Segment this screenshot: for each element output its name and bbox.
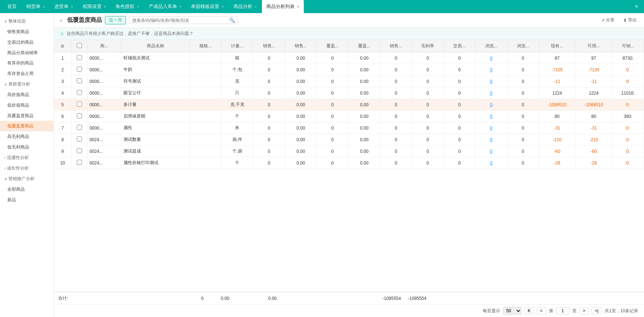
row-select-checkbox[interactable] — [77, 55, 82, 60]
row-name: 牛奶 — [121, 64, 190, 76]
prev-page-button[interactable]: < — [537, 307, 546, 314]
row-browse1[interactable]: 0 — [475, 76, 507, 87]
close-icon[interactable]: × — [179, 0, 181, 13]
col-settings[interactable]: ⚙ — [54, 40, 71, 52]
row-code: 0000... — [87, 64, 121, 76]
row-cover2: 0.00 — [348, 111, 380, 122]
row-checkbox[interactable] — [71, 134, 87, 146]
row-browse1[interactable]: 0 — [475, 87, 507, 99]
chevron-right-icon: › — [4, 166, 5, 170]
sidebar-collapse-button[interactable]: « — [58, 17, 64, 24]
row-select-checkbox[interactable] — [77, 136, 82, 142]
first-page-button[interactable]: K — [525, 307, 534, 314]
search-input[interactable] — [132, 18, 228, 23]
row-browse1[interactable]: 0 — [475, 99, 507, 111]
row-browse1[interactable]: 0 — [475, 146, 507, 157]
row-select-checkbox[interactable] — [77, 102, 82, 107]
row-checkbox[interactable] — [71, 122, 87, 134]
nav-tab-purchase[interactable]: 进货单 × — [50, 0, 77, 13]
row-select-checkbox[interactable] — [77, 148, 82, 153]
nav-tab-permission[interactable]: 权限设置 × — [78, 0, 110, 13]
col-sale-amt-header: 销售... — [285, 40, 317, 52]
row-stock: -60 — [539, 146, 576, 157]
row-saleable: 0: — [612, 157, 644, 169]
page-prefix-label: 第 — [549, 308, 553, 314]
row-select-checkbox[interactable] — [77, 67, 82, 72]
row-unit: 克 — [221, 76, 253, 87]
table-wrapper[interactable]: ⚙ 商... 商品名称 规格... 计量... 销售... 销售... 覆盖..… — [54, 40, 644, 292]
close-icon[interactable]: × — [297, 0, 299, 13]
row-browse1[interactable]: 0 — [475, 64, 507, 76]
close-icon[interactable]: × — [137, 0, 139, 13]
close-icon[interactable]: × — [43, 0, 45, 13]
sidebar-item-category-rate[interactable]: 商品分类动销率 — [0, 48, 54, 58]
filter-period-button[interactable]: 近一月 — [105, 16, 126, 24]
sidebar-section-liquidity[interactable]: › 流通性分析 — [0, 152, 54, 163]
row-saleable: 0: — [612, 99, 644, 111]
close-all-button[interactable]: × — [632, 3, 641, 10]
next-page-button[interactable]: > — [580, 307, 589, 314]
sidebar-item-all-goods[interactable]: 全部商品 — [0, 184, 54, 195]
nav-tab-analysis-list[interactable]: 商品分析列表 × — [262, 0, 303, 13]
sidebar-section-growth[interactable]: › 成长性分析 — [0, 163, 54, 174]
row-unit: 箱 — [221, 52, 253, 64]
row-select-checkbox[interactable] — [77, 160, 82, 165]
share-button[interactable]: ↗ 分享 — [598, 16, 617, 24]
row-checkbox[interactable] — [71, 111, 87, 122]
row-browse1[interactable]: 0 — [475, 111, 507, 122]
row-select-checkbox[interactable] — [77, 125, 82, 130]
row-checkbox[interactable] — [71, 146, 87, 157]
search-icon[interactable]: 🔍 — [229, 17, 235, 23]
close-icon[interactable]: × — [104, 0, 106, 13]
last-page-button[interactable]: >| — [592, 307, 602, 314]
sidebar-item-sales-goods[interactable]: 销售类商品 — [0, 27, 54, 37]
sidebar-item-traded-goods[interactable]: 交易过的商品 — [0, 37, 54, 48]
row-checkbox[interactable] — [71, 157, 87, 169]
row-checkbox[interactable] — [71, 87, 87, 99]
row-cover2: 0.00 — [348, 122, 380, 134]
sidebar-section-marketing[interactable]: ∨ 营销推广分析 — [0, 174, 54, 184]
sidebar-item-low-coverage[interactable]: 低覆盖度商品 — [0, 121, 54, 131]
row-browse1[interactable]: 0 — [475, 52, 507, 64]
nav-tab-product[interactable]: 产成品入库单 × — [144, 0, 186, 13]
nav-tab-sales[interactable]: 销货单 × — [22, 0, 49, 13]
row-select-checkbox[interactable] — [77, 90, 82, 95]
row-browse1[interactable]: 0 — [475, 134, 507, 146]
close-icon[interactable]: × — [255, 0, 257, 13]
row-gross: 0 — [412, 76, 444, 87]
sidebar-item-high-value[interactable]: 高价值商品 — [0, 90, 54, 100]
nav-tab-template[interactable]: 单据模板设置 × — [186, 0, 228, 13]
col-avail-header: 可用... — [576, 40, 612, 52]
settings-icon[interactable]: ⚙ — [60, 44, 64, 49]
row-select-checkbox[interactable] — [77, 78, 82, 83]
total-info: 共1页，10条记录 — [605, 308, 638, 314]
nav-tab-analysis[interactable]: 商品分析 × — [229, 0, 261, 13]
sidebar-section-group[interactable]: ∨ 类群度分析 — [0, 79, 54, 90]
sidebar-item-low-value[interactable]: 低价值商品 — [0, 100, 54, 111]
sidebar-item-new-goods[interactable]: 新品 — [0, 195, 54, 205]
nav-tab-home[interactable]: 首页 — [3, 0, 21, 13]
row-name: 多计量 — [121, 99, 190, 111]
sidebar-item-high-margin[interactable]: 高毛利商品 — [0, 131, 54, 142]
row-checkbox[interactable] — [71, 76, 87, 87]
select-all-checkbox[interactable] — [77, 43, 82, 48]
row-checkbox[interactable] — [71, 99, 87, 111]
col-checkbox[interactable] — [71, 40, 87, 52]
close-icon[interactable]: × — [221, 0, 224, 13]
export-button[interactable]: ⬆ 导出 — [620, 16, 640, 24]
col-browse2-header: 浏览... — [507, 40, 539, 52]
sidebar-item-stock-fund[interactable]: 库存资金占用 — [0, 68, 54, 79]
sidebar-item-with-stock[interactable]: 有库存的商品 — [0, 58, 54, 68]
row-browse1[interactable]: 0 — [475, 122, 507, 134]
per-page-select[interactable]: 50 20 100 200 — [503, 307, 522, 315]
sidebar-item-high-coverage[interactable]: 高覆盖度商品 — [0, 111, 54, 121]
row-checkbox[interactable] — [71, 64, 87, 76]
row-checkbox[interactable] — [71, 52, 87, 64]
page-number-input[interactable] — [556, 307, 569, 314]
close-icon[interactable]: × — [71, 0, 73, 13]
row-browse1[interactable]: 0 — [475, 157, 507, 169]
row-select-checkbox[interactable] — [77, 113, 82, 118]
sidebar-item-low-margin[interactable]: 低毛利商品 — [0, 142, 54, 152]
sidebar-section-overall[interactable]: ∨ 整体信息 — [0, 16, 54, 27]
nav-tab-role[interactable]: 角色授权 × — [111, 0, 143, 13]
